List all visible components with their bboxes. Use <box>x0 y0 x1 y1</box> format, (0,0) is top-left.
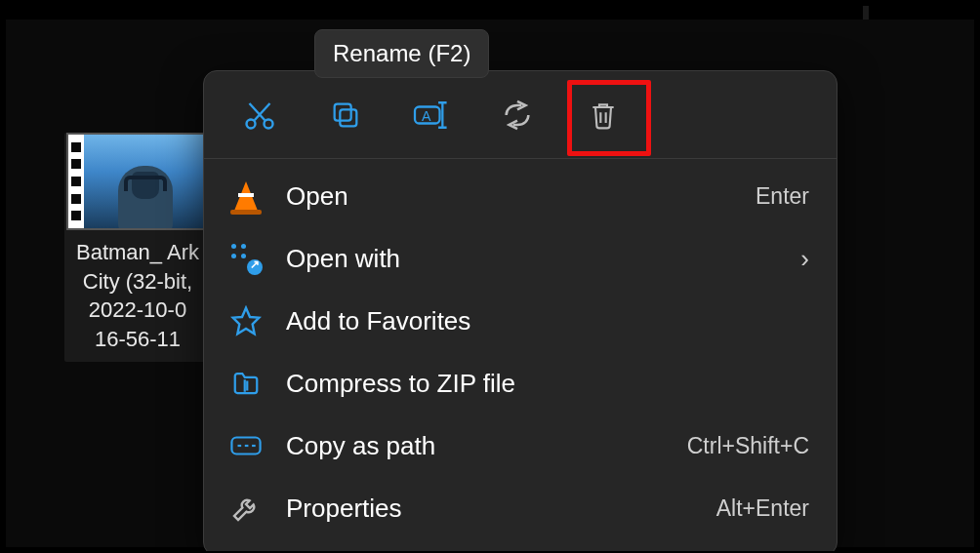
svg-point-1 <box>265 119 273 128</box>
copy-button[interactable] <box>307 83 384 147</box>
delete-icon <box>588 99 619 132</box>
cut-icon <box>242 98 277 133</box>
menu-item-open-with[interactable]: Open with › <box>204 227 837 290</box>
menu-label: Open <box>286 181 734 212</box>
file-item[interactable]: Batman_ Ark City (32-bit, 2022-10-0 16-5… <box>64 133 211 362</box>
menu-accelerator: Alt+Enter <box>716 495 809 522</box>
menu-label: Copy as path <box>286 431 666 461</box>
rename-icon: A <box>412 99 451 132</box>
menu-label: Open with <box>286 244 779 274</box>
share-button[interactable] <box>479 83 555 147</box>
share-icon <box>501 99 534 132</box>
delete-button[interactable] <box>565 83 641 147</box>
star-icon <box>227 302 265 339</box>
vlc-icon <box>227 178 265 215</box>
context-menu: A <box>203 70 837 553</box>
file-label: Batman_ Ark City (32-bit, 2022-10-0 16-5… <box>76 238 199 354</box>
window-edge <box>6 6 974 20</box>
svg-rect-5 <box>335 103 351 120</box>
zip-folder-icon <box>227 365 265 402</box>
chevron-right-icon: › <box>800 244 809 274</box>
menu-label: Add to Favorites <box>286 306 809 336</box>
video-thumbnail <box>66 133 209 230</box>
menu-label: Properties <box>286 494 695 524</box>
menu-label: Compress to ZIP file <box>286 369 809 399</box>
svg-text:A: A <box>422 107 431 123</box>
wrench-icon <box>227 490 265 527</box>
menu-item-favorites[interactable]: Add to Favorites <box>204 290 837 352</box>
copy-icon <box>329 99 362 132</box>
quick-actions-row: A <box>204 71 837 159</box>
copy-path-icon <box>227 427 265 464</box>
rename-tooltip: Rename (F2) <box>314 29 489 78</box>
rename-button[interactable]: A <box>393 83 470 147</box>
menu-accelerator: Enter <box>755 183 809 210</box>
menu-item-compress[interactable]: Compress to ZIP file <box>204 352 837 415</box>
svg-marker-13 <box>233 308 260 335</box>
cut-button[interactable] <box>222 83 298 147</box>
menu-item-properties[interactable]: Properties Alt+Enter <box>204 477 837 539</box>
svg-point-0 <box>247 119 256 128</box>
thumbnail-image <box>84 135 207 228</box>
filmstrip-left <box>68 135 84 228</box>
menu-list: Open Enter Open with › Add to Favorites <box>204 159 837 545</box>
menu-accelerator: Ctrl+Shift+C <box>687 433 809 459</box>
menu-item-open[interactable]: Open Enter <box>204 165 837 227</box>
desktop-background: Batman_ Ark City (32-bit, 2022-10-0 16-5… <box>6 6 974 547</box>
open-with-icon <box>227 240 265 277</box>
svg-rect-4 <box>340 109 356 126</box>
menu-item-copy-path[interactable]: Copy as path Ctrl+Shift+C <box>204 415 837 477</box>
